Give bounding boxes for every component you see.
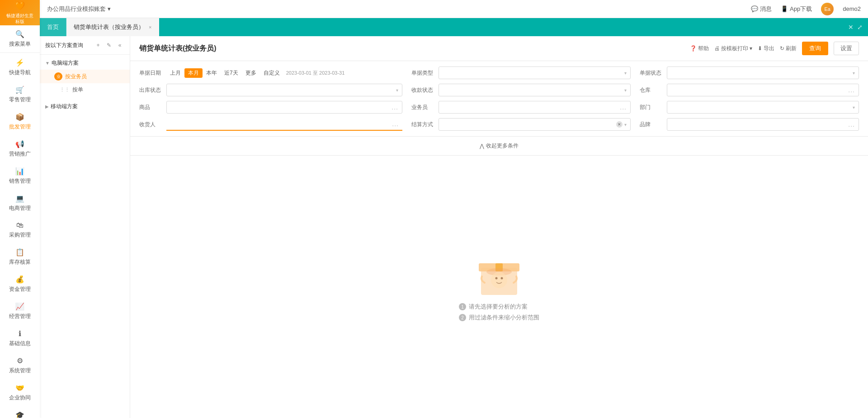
sidebar-item-basics[interactable]: ℹ 基础信息 — [0, 325, 40, 352]
settlement-control[interactable]: ✕ ▾ — [439, 118, 631, 131]
settlement-clear-icon[interactable]: ✕ — [616, 121, 623, 128]
collapse-bar: ⋀ 收起更多条件 — [130, 137, 868, 156]
wholesale-icon: 📦 — [15, 113, 24, 121]
date-btn-7days[interactable]: 近7天 — [221, 68, 242, 78]
date-label: 单据日期 — [139, 69, 166, 77]
date-btn-this-year[interactable]: 本年 — [203, 68, 221, 78]
doc-type-arrow-icon: ▾ — [624, 71, 627, 76]
sidebar-item-retail[interactable]: 🛒 零售管理 — [0, 81, 40, 108]
app-download-icon: 📱 — [781, 5, 788, 12]
window-close-icon[interactable]: ✕ — [848, 24, 854, 31]
collapse-label: 收起更多条件 — [486, 142, 519, 150]
sidebar-item-inventory[interactable]: 📋 库存核算 — [0, 243, 40, 271]
doc-status-label: 单据状态 — [640, 69, 667, 77]
page-title-row: 销货单统计表(按业务员) ❓ 帮助 🖨 按模板打印 ▾ ⬇ — [139, 42, 859, 55]
salesperson-control[interactable]: ... — [439, 101, 631, 114]
brand-label: 品牌 — [640, 121, 667, 128]
salesperson-scheme-icon: 业 — [54, 72, 62, 81]
sidebar-item-finance[interactable]: 💰 资金管理 — [0, 271, 40, 298]
sidebar-item-system[interactable]: ⚙ 系统管理 — [0, 352, 40, 379]
tab-close-icon[interactable]: × — [149, 24, 151, 30]
sidebar-label-operations: 经营管理 — [9, 313, 31, 320]
app-download-button[interactable]: 📱 App下载 — [781, 5, 812, 13]
ecommerce-icon: 💻 — [15, 194, 24, 203]
filter-form: 单据日期 上月 本月 本年 近7天 更多 自定义 2023-03-01 至 20… — [130, 61, 868, 137]
page-header: 销货单统计表(按业务员) ❓ 帮助 🖨 按模板打印 ▾ ⬇ — [130, 36, 868, 61]
stock-status-arrow-icon: ▾ — [396, 88, 398, 93]
doc-status-arrow-icon: ▾ — [853, 71, 855, 76]
tab-active[interactable]: 销货单统计表（按业务员） × — [66, 18, 159, 36]
tree-child-doc[interactable]: ⋮⋮ 按单 — [40, 83, 130, 96]
consignee-control[interactable]: ... — [166, 118, 402, 131]
product-label: 商品 — [139, 104, 166, 111]
warehouse-control[interactable]: ... — [667, 84, 859, 96]
hint-text-1: 请先选择要分析的方案 — [469, 303, 528, 311]
sidebar-item-enterprise-collab[interactable]: 🤝 企业协同 — [0, 379, 40, 406]
tree-desktop-group: ▼ 电脑端方案 业 按业务员 ⋮⋮ 按单 — [40, 55, 130, 98]
date-btn-last-month[interactable]: 上月 — [166, 68, 184, 78]
settlement-label: 结算方式 — [411, 121, 439, 128]
collapse-panel-button[interactable]: « — [115, 41, 124, 50]
add-scheme-button[interactable]: + — [94, 41, 103, 50]
topbar-left: 办公用品行业模拟账套 ▾ — [47, 5, 111, 13]
sidebar-item-wholesale[interactable]: 📦 批发管理 — [0, 108, 40, 135]
tree-child-salesperson[interactable]: 业 按业务员 — [40, 70, 130, 83]
tab-home[interactable]: 首页 — [40, 18, 66, 36]
stock-status-control[interactable]: ▾ — [166, 84, 402, 96]
refresh-icon: ↻ — [780, 45, 784, 52]
department-control[interactable]: ▾ — [667, 101, 859, 114]
sidebar-item-quick-nav[interactable]: ⚡ 快捷导航 — [0, 54, 40, 81]
sidebar-item-ecommerce[interactable]: 💻 电商管理 — [0, 190, 40, 217]
date-range-display: 2023-03-01 至 2023-03-31 — [286, 70, 345, 76]
date-btn-more[interactable]: 更多 — [242, 68, 260, 78]
sidebar-item-search[interactable]: 🔍 搜索菜单 — [0, 25, 40, 53]
date-btn-this-month[interactable]: 本月 — [184, 68, 203, 78]
settings-button[interactable]: 设置 — [834, 42, 859, 55]
tab-maximize-area: ✕ ⤢ — [843, 18, 868, 36]
sales-icon: 📊 — [15, 167, 24, 176]
sidebar-item-marketing[interactable]: 📢 营销推广 — [0, 135, 40, 162]
tabbar: 首页 销货单统计表（按业务员） × ✕ ⤢ — [40, 18, 868, 36]
purchase-icon: 🛍 — [16, 221, 24, 229]
receipt-status-label: 收款状态 — [411, 86, 439, 94]
query-button[interactable]: 查询 — [802, 42, 828, 55]
salesperson-label: 业务员 — [411, 104, 439, 111]
tree-desktop-parent[interactable]: ▼ 电脑端方案 — [40, 57, 130, 70]
receipt-status-control[interactable]: ▾ — [439, 84, 631, 96]
inventory-icon: 📋 — [15, 248, 24, 256]
sidebar-item-new-guide[interactable]: 🎓 新手引导 — [0, 406, 40, 418]
doc-type-control[interactable]: ▾ — [439, 66, 631, 79]
export-label: 导出 — [764, 45, 774, 52]
finance-icon: 💰 — [15, 275, 24, 284]
edit-scheme-button[interactable]: ✎ — [104, 41, 113, 50]
help-icon: ❓ — [690, 45, 697, 52]
account-selector[interactable]: 办公用品行业模拟账套 ▾ — [47, 5, 111, 13]
topbar: 办公用品行业模拟账套 ▾ 💬 消息 📱 App下载 Ea demo2 — [40, 0, 868, 18]
message-button[interactable]: 💬 消息 — [751, 5, 772, 13]
filter-row-2: 出库状态 ▾ 收款状态 ▾ — [139, 84, 859, 96]
collapse-more-button[interactable]: ⋀ 收起更多条件 — [474, 140, 524, 152]
department-arrow-icon: ▾ — [853, 105, 855, 110]
help-button[interactable]: ❓ 帮助 — [690, 45, 709, 52]
filter-item-doc-status: 单据状态 ▾ — [640, 66, 859, 79]
svg-point-6 — [501, 277, 503, 280]
dropdown-arrow-icon: ▾ — [108, 5, 111, 12]
sidebar-item-purchase[interactable]: 🛍 采购管理 — [0, 217, 40, 243]
sidebar-item-operations[interactable]: 📈 经营管理 — [0, 298, 40, 325]
avatar[interactable]: Ea — [821, 3, 834, 15]
refresh-button[interactable]: ↻ 刷新 — [780, 45, 797, 52]
receipt-status-arrow-icon: ▾ — [624, 88, 627, 93]
window-maximize-icon[interactable]: ⤢ — [857, 24, 863, 31]
print-button[interactable]: 🖨 按模板打印 ▾ — [714, 45, 752, 52]
export-button[interactable]: ⬇ 导出 — [758, 45, 774, 52]
date-btn-custom[interactable]: 自定义 — [260, 68, 283, 78]
empty-hint-1: 1 请先选择要分析的方案 — [459, 303, 539, 311]
product-control[interactable]: ... — [166, 101, 402, 114]
sidebar-item-sales[interactable]: 📊 销售管理 — [0, 162, 40, 190]
tree-mobile-parent[interactable]: ▶ 移动端方案 — [40, 100, 130, 113]
brand-control[interactable]: ... — [667, 118, 859, 131]
product-dots: ... — [392, 104, 398, 111]
doc-status-control[interactable]: ▾ — [667, 66, 859, 79]
quick-nav-icon: ⚡ — [15, 58, 24, 67]
settlement-arrow-icon: ▾ — [624, 122, 627, 127]
